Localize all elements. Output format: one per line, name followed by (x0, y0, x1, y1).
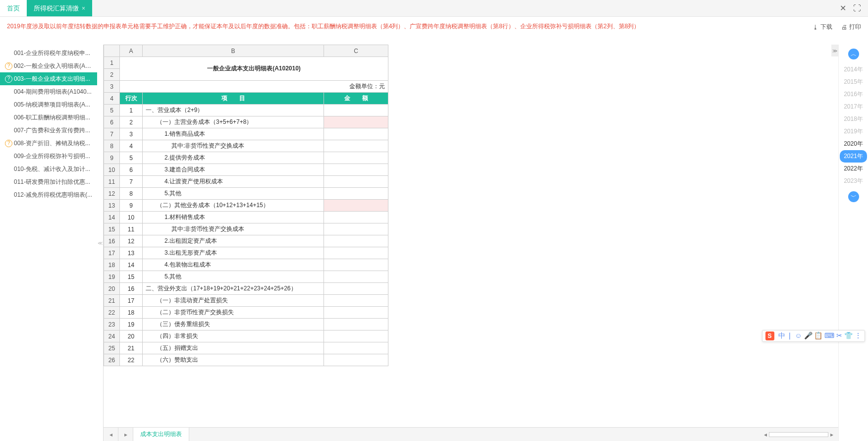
tab-active-label: 所得税汇算清缴 (34, 4, 79, 13)
tab-active[interactable]: 所得税汇算清缴 × (27, 0, 92, 16)
tab-home[interactable]: 首页 (0, 0, 27, 16)
tabs-bar: 首页 所得税汇算清缴 × ✕ ⛶ (0, 0, 868, 17)
fullscreen-icon[interactable]: ⛶ (853, 4, 861, 13)
warning-notice: 2019年度涉及取以前年度结转数据的申报表单元格需要手工维护正确，才能保证本年及… (7, 22, 805, 31)
download-button[interactable]: ⭳ 下载 (813, 23, 832, 31)
window-close-icon[interactable]: ✕ (840, 3, 846, 13)
print-button[interactable]: 🖨 打印 (841, 23, 861, 31)
close-tab-icon[interactable]: × (82, 5, 85, 12)
